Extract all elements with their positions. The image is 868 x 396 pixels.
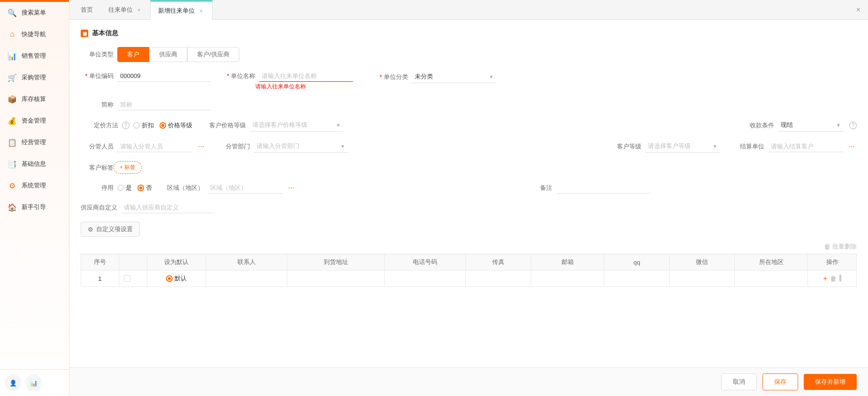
settlement-dots-btn[interactable]: ··· <box>847 142 857 151</box>
radio-no-label: 否 <box>146 184 152 192</box>
custom-settings-button[interactable]: ⚙ 自定义项设置 <box>81 222 140 237</box>
sidebar-item-sales[interactable]: 📊 销售管理 <box>0 45 69 67</box>
payment-term-help-icon[interactable]: ? <box>849 122 857 129</box>
th-seq: 序号 <box>81 254 119 271</box>
department-select[interactable]: 请输入分管部门 ▼ <box>254 140 348 153</box>
sidebar-item-search[interactable]: 🔍 搜索菜单 <box>0 2 69 23</box>
sidebar-item-label: 经营管理 <box>22 138 46 147</box>
manager-dots-btn[interactable]: ··· <box>196 142 206 151</box>
manager-input[interactable] <box>117 141 192 152</box>
sidebar-bottom-btn2[interactable]: 📊 <box>25 374 42 391</box>
customer-price-level-field: 客户价格等级 请选择客户价格等级 ▼ <box>204 119 730 132</box>
tab-partners[interactable]: 往来单位 × <box>101 0 150 20</box>
finance-icon: 💰 <box>8 116 17 125</box>
row-delete-button[interactable]: 🗑 <box>830 274 837 283</box>
row-address[interactable] <box>287 271 385 287</box>
row-add-button[interactable]: + <box>823 274 827 283</box>
department-placeholder: 请输入分管部门 <box>257 142 299 150</box>
chevron-down-icon: ▼ <box>489 74 494 79</box>
type-btn-both[interactable]: 客户/供应商 <box>187 47 239 62</box>
add-tag-button[interactable]: + 标签 <box>114 161 142 174</box>
type-btn-customer[interactable]: 客户 <box>117 47 149 62</box>
manager-row: 分管人员 ··· 分管部门 请输入分管部门 ▼ 客户等级 请选择客户等级 ▼ 结… <box>81 140 857 153</box>
radio-yes-label: 是 <box>126 184 132 192</box>
th-region: 所在地区 <box>735 254 808 271</box>
chevron-down-icon2: ▼ <box>336 123 341 128</box>
pricing-radio-discount[interactable]: 折扣 <box>133 121 154 130</box>
th-checkbox <box>119 254 147 271</box>
save-new-button[interactable]: 保存并新增 <box>804 374 857 390</box>
row-checkbox[interactable] <box>124 275 130 282</box>
system-icon: ⚙ <box>8 181 17 190</box>
sidebar-item-basic-info[interactable]: 📑 基础信息 <box>0 153 69 175</box>
save-button[interactable]: 保存 <box>762 373 798 390</box>
sidebar-item-purchase[interactable]: 🛒 采购管理 <box>0 67 69 88</box>
tab-new-partner-close[interactable]: × <box>198 7 204 15</box>
disable-radio-yes[interactable]: 是 <box>117 184 132 192</box>
cancel-button[interactable]: 取消 <box>721 373 757 390</box>
pricing-method-field: 定价方法 ? 折扣 价格等级 <box>81 121 192 130</box>
batch-delete-button[interactable]: 批量删除 <box>832 242 857 251</box>
gear-icon: ⚙ <box>88 226 93 233</box>
row-default-label: 默认 <box>175 274 187 283</box>
sidebar-item-quick-nav[interactable]: ⌂ 快捷导航 <box>0 23 69 45</box>
purchase-icon: 🛒 <box>8 73 17 82</box>
short-name-input[interactable] <box>117 99 211 110</box>
disable-radio-no[interactable]: 否 <box>137 184 152 192</box>
sidebar-item-inventory[interactable]: 📦 库存核算 <box>0 88 69 110</box>
unit-type-label: 单位类型 <box>81 50 114 59</box>
row-fax[interactable] <box>466 271 531 287</box>
row-email[interactable] <box>531 271 604 287</box>
row-phone[interactable] <box>384 271 465 287</box>
section-header: ▣ 基本信息 <box>81 29 857 38</box>
remark-input[interactable] <box>556 182 650 194</box>
sidebar-bottom-btn1[interactable]: 👤 <box>5 374 22 391</box>
unit-name-input[interactable] <box>259 70 353 82</box>
tab-new-partner[interactable]: 新增往来单位 × <box>150 0 212 20</box>
payment-term-select[interactable]: 现结 ▼ <box>778 119 844 132</box>
row-qq[interactable] <box>604 271 670 287</box>
department-label: 分管部门 <box>217 142 250 151</box>
short-name-field: 简称 <box>81 99 211 110</box>
row-region[interactable] <box>735 271 808 287</box>
search-icon: 🔍 <box>8 8 17 17</box>
th-default: 设为默认 <box>147 254 206 271</box>
sidebar-item-guide[interactable]: 🏠 新手引导 <box>0 196 69 218</box>
close-all-button[interactable]: × <box>853 4 864 16</box>
tab-home[interactable]: 首页 <box>73 0 101 20</box>
sidebar: 🔍 搜索菜单 ⌂ 快捷导航 📊 销售管理 🛒 采购管理 📦 库存核算 💰 资金管… <box>0 0 69 396</box>
sidebar-item-label: 销售管理 <box>22 52 46 60</box>
customer-level-label: 客户等级 <box>609 142 641 151</box>
tag-label: 客户标签 <box>81 163 114 172</box>
home-icon: ⌂ <box>8 30 17 39</box>
row-default-radio[interactable] <box>166 275 173 282</box>
row-wechat[interactable] <box>670 271 735 287</box>
customer-price-level-select[interactable]: 请选择客户价格等级 ▼ <box>250 119 343 132</box>
pricing-radio-group: 折扣 价格等级 <box>133 121 192 130</box>
batch-delete-icon: 🗑 <box>824 243 830 250</box>
pricing-radio-level[interactable]: 价格等级 <box>160 121 192 130</box>
sidebar-item-label: 库存核算 <box>22 95 46 103</box>
department-field: 分管部门 请输入分管部门 ▼ <box>217 140 597 153</box>
supplier-custom-input[interactable] <box>121 202 215 213</box>
settlement-unit-input[interactable] <box>768 141 843 152</box>
payment-term-value: 现结 <box>781 121 793 129</box>
region-input[interactable] <box>207 182 282 194</box>
sidebar-item-system[interactable]: ⚙ 系统管理 <box>0 175 69 196</box>
radio-discount-label: 折扣 <box>142 121 154 130</box>
tab-partners-close[interactable]: × <box>136 6 142 14</box>
region-dots-btn[interactable]: ··· <box>286 184 296 192</box>
row-contact[interactable] <box>206 271 287 287</box>
sidebar-item-finance[interactable]: 💰 资金管理 <box>0 110 69 132</box>
unit-category-select[interactable]: 未分类 ▼ <box>412 70 496 83</box>
unit-type-row: 单位类型 客户 供应商 客户/供应商 <box>81 47 857 62</box>
customer-level-select[interactable]: 请选择客户等级 ▼ <box>645 140 720 153</box>
supplier-custom-row: 供应商自定义 <box>81 202 857 213</box>
custom-settings-label: 自定义项设置 <box>96 225 133 233</box>
type-btn-supplier[interactable]: 供应商 <box>149 47 187 62</box>
main-area: 首页 往来单位 × 新增往来单位 × × ▣ 基本信息 单位类型 客户 供应商 … <box>69 0 868 396</box>
sidebar-item-label: 采购管理 <box>22 73 46 82</box>
unit-code-input[interactable] <box>117 70 211 82</box>
pricing-help-icon[interactable]: ? <box>122 122 129 129</box>
sidebar-item-operations[interactable]: 📋 经营管理 <box>0 132 69 153</box>
